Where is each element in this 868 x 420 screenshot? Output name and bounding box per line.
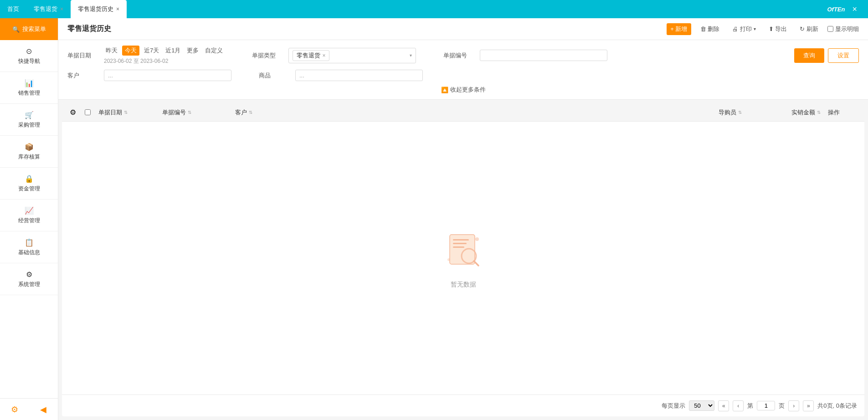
svg-rect-1 bbox=[453, 239, 469, 241]
new-button[interactable]: + 新增 bbox=[667, 23, 691, 35]
tab-retail-return-history-label: 零售退货历史 bbox=[78, 5, 113, 13]
sidebar-item-inventory[interactable]: 📦 库存核算 bbox=[0, 136, 58, 168]
date-opt-1month[interactable]: 近1月 bbox=[164, 46, 182, 56]
topbar-right: OfTEn × bbox=[827, 5, 868, 14]
print-button-label: 🖨 打印 bbox=[732, 25, 752, 33]
page-title: 零售退货历史 bbox=[67, 24, 111, 34]
prev-page-button[interactable]: ‹ bbox=[733, 400, 744, 411]
operation-icon: 📈 bbox=[25, 206, 34, 215]
sidebar-item-finance[interactable]: 🔒 资金管理 bbox=[0, 168, 58, 200]
next-page-button[interactable]: › bbox=[788, 400, 799, 411]
filter-area: 单据日期 昨天 今天 近7天 近1月 更多 自定义 2023-06-02 至 2… bbox=[58, 40, 868, 100]
date-opt-today[interactable]: 今天 bbox=[122, 46, 139, 56]
collapse-button[interactable]: 🔼 收起更多条件 bbox=[441, 86, 486, 94]
show-detail-label: 显示明细 bbox=[835, 25, 859, 33]
tab-retail-return[interactable]: 零售退货 × bbox=[26, 0, 71, 18]
customer-placeholder: ... bbox=[108, 72, 113, 79]
finance-icon: 🔒 bbox=[25, 174, 34, 183]
delete-button[interactable]: 🗑 删除 bbox=[697, 23, 724, 35]
query-button[interactable]: 查询 bbox=[794, 48, 824, 63]
collapse-label: 收起更多条件 bbox=[450, 86, 486, 94]
col-date[interactable]: 单据日期 ⇅ bbox=[95, 108, 159, 117]
sidebar-search[interactable]: 🔍 搜索菜单 bbox=[0, 18, 58, 40]
page-input[interactable] bbox=[757, 401, 775, 410]
svg-rect-2 bbox=[453, 243, 467, 244]
col-no-label: 单据编号 bbox=[162, 108, 186, 117]
top-tab-bar: 首页 零售退货 × 零售退货历史 × OfTEn × bbox=[0, 0, 868, 18]
date-opt-yesterday[interactable]: 昨天 bbox=[104, 46, 119, 56]
export-button-label: ⬆ 导出 bbox=[769, 25, 787, 33]
tab-retail-return-close[interactable]: × bbox=[60, 6, 63, 12]
customer-filter-select[interactable]: ... bbox=[104, 70, 231, 81]
query-button-label: 查询 bbox=[803, 51, 815, 60]
page-size-select[interactable]: 50 20 100 bbox=[689, 400, 714, 411]
date-opt-custom[interactable]: 自定义 bbox=[203, 46, 225, 56]
page-text: 第 bbox=[747, 402, 753, 410]
sidebar-gear-button[interactable]: ⚙ bbox=[0, 399, 29, 420]
sidebar-item-inventory-label: 库存核算 bbox=[18, 153, 40, 161]
refresh-button[interactable]: ↻ 刷新 bbox=[796, 23, 822, 35]
goods-filter-select[interactable]: ... bbox=[295, 70, 423, 81]
no-filter-label: 单据编号 bbox=[443, 51, 471, 60]
type-tag-value: 零售退货 bbox=[297, 51, 320, 60]
settings-button[interactable]: 设置 bbox=[828, 48, 859, 63]
date-opt-more[interactable]: 更多 bbox=[185, 46, 200, 56]
col-no[interactable]: 单据编号 ⇅ bbox=[159, 108, 231, 117]
col-amount[interactable]: 实销金额 ⇅ bbox=[770, 108, 824, 117]
tab-retail-return-history[interactable]: 零售退货历史 × bbox=[71, 0, 127, 18]
empty-state: 暂无数据 bbox=[62, 122, 864, 394]
page-size-label: 每页显示 bbox=[662, 402, 685, 410]
table-select-all[interactable] bbox=[80, 109, 95, 115]
svg-point-8 bbox=[447, 258, 450, 261]
sidebar-item-quick-nav[interactable]: ⊙ 快捷导航 bbox=[0, 40, 58, 72]
sidebar-item-system-mgmt[interactable]: ⚙ 系统管理 bbox=[0, 263, 58, 295]
date-filter-label: 单据日期 bbox=[67, 51, 95, 60]
show-detail-input[interactable] bbox=[827, 26, 833, 32]
sidebar-item-sales-mgmt[interactable]: 📊 销售管理 bbox=[0, 72, 58, 104]
export-button[interactable]: ⬆ 导出 bbox=[765, 23, 791, 35]
col-customer[interactable]: 客户 ⇅ bbox=[231, 108, 715, 117]
pagination: 每页显示 50 20 100 « ‹ 第 页 › » 共0页, 0条记录 bbox=[62, 394, 864, 416]
sidebar-item-operation[interactable]: 📈 经营管理 bbox=[0, 200, 58, 231]
page-unit-label: 页 bbox=[779, 402, 785, 410]
sidebar-collapse-button[interactable]: ◀ bbox=[29, 399, 58, 420]
sidebar-search-label: 搜索菜单 bbox=[22, 25, 46, 33]
sales-icon: 📊 bbox=[25, 78, 34, 87]
sidebar-item-finance-label: 资金管理 bbox=[18, 185, 40, 193]
main-layout: 🔍 搜索菜单 ⊙ 快捷导航 📊 销售管理 🛒 采购管理 📦 库存核算 🔒 资金管… bbox=[0, 18, 868, 420]
date-opt-7days[interactable]: 近7天 bbox=[142, 46, 161, 56]
settings-button-label: 设置 bbox=[837, 51, 849, 60]
sidebar-item-basic-info-label: 基础信息 bbox=[18, 249, 40, 256]
print-button[interactable]: 🖨 打印 ▾ bbox=[729, 23, 760, 35]
window-close-button[interactable]: × bbox=[848, 5, 861, 14]
show-detail-checkbox[interactable]: 显示明细 bbox=[827, 25, 859, 33]
no-filter-input[interactable] bbox=[480, 50, 607, 61]
purchase-icon: 🛒 bbox=[25, 110, 34, 119]
table-settings-icon[interactable]: ⚙ bbox=[66, 108, 80, 117]
col-amount-label: 实销金额 bbox=[791, 108, 815, 117]
svg-rect-3 bbox=[453, 246, 464, 248]
date-range-display: 2023-06-02 至 2023-06-02 bbox=[104, 57, 225, 65]
sidebar-item-basic-info[interactable]: 📋 基础信息 bbox=[0, 231, 58, 263]
tab-home-label: 首页 bbox=[7, 5, 19, 13]
svg-point-5 bbox=[464, 251, 473, 261]
empty-text: 暂无数据 bbox=[451, 281, 476, 289]
tab-retail-return-history-close[interactable]: × bbox=[116, 6, 119, 12]
first-page-button[interactable]: « bbox=[718, 400, 729, 411]
sidebar-item-purchase-mgmt[interactable]: 🛒 采购管理 bbox=[0, 104, 58, 136]
tab-home[interactable]: 首页 bbox=[0, 0, 26, 18]
type-filter-select[interactable]: 零售退货 × ▾ bbox=[288, 48, 416, 63]
table-area: ⚙ 单据日期 ⇅ 单据编号 ⇅ 客户 ⇅ 导购员 ⇅ bbox=[62, 103, 864, 416]
select-all-checkbox[interactable] bbox=[85, 109, 91, 115]
filter-row-2: 客户 ... 商品 ... bbox=[67, 70, 859, 81]
last-page-button[interactable]: » bbox=[803, 400, 814, 411]
type-chevron-icon: ▾ bbox=[410, 53, 412, 58]
goods-filter-label: 商品 bbox=[259, 72, 286, 80]
col-guide[interactable]: 导购员 ⇅ bbox=[715, 108, 770, 117]
type-tag-remove[interactable]: × bbox=[322, 52, 325, 59]
collapse-up-icon: 🔼 bbox=[441, 87, 448, 93]
col-guide-sort-icon: ⇅ bbox=[738, 110, 742, 115]
sidebar-item-sales-label: 销售管理 bbox=[18, 89, 40, 97]
sidebar-item-purchase-label: 采购管理 bbox=[18, 121, 40, 129]
filter-row-1: 单据日期 昨天 今天 近7天 近1月 更多 自定义 2023-06-02 至 2… bbox=[67, 46, 859, 65]
